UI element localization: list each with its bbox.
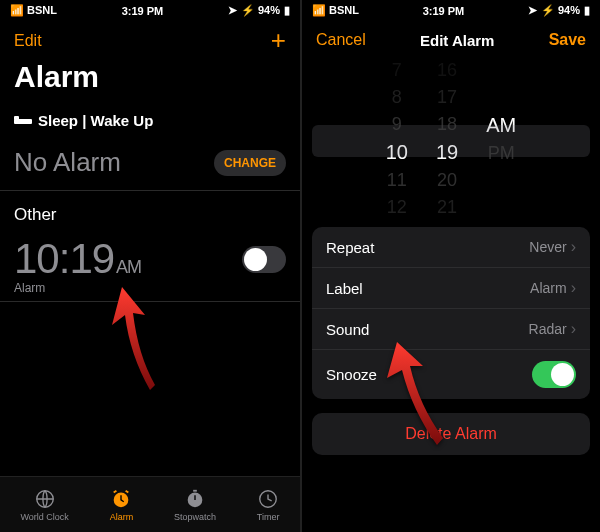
tab-world-clock[interactable]: World Clock	[20, 488, 68, 522]
save-button[interactable]: Save	[549, 31, 586, 49]
snooze-row: Snooze	[312, 350, 590, 399]
snooze-toggle[interactable]	[532, 361, 576, 388]
bed-icon	[14, 112, 38, 130]
status-time: 3:19 PM	[122, 5, 164, 17]
svg-rect-1	[14, 116, 19, 120]
alarm-options-list: Repeat Never› Label Alarm› Sound Radar› …	[312, 227, 590, 399]
sound-row[interactable]: Sound Radar›	[312, 309, 590, 350]
modal-title: Edit Alarm	[420, 32, 494, 49]
battery-percent: ⚡ 94%	[541, 4, 580, 17]
label-row[interactable]: Label Alarm›	[312, 268, 590, 309]
chevron-right-icon: ›	[571, 238, 576, 256]
alarm-entry[interactable]: 10:19AM Alarm	[0, 229, 300, 302]
alarm-list-screen: 📶 BSNL 3:19 PM ➤ ⚡ 94% ▮ Edit + Alarm Sl…	[0, 0, 300, 532]
battery-icon: ▮	[584, 4, 590, 17]
svg-rect-5	[193, 489, 197, 491]
status-time: 3:19 PM	[423, 5, 465, 17]
tab-stopwatch[interactable]: Stopwatch	[174, 488, 216, 522]
page-title: Alarm	[0, 56, 300, 102]
tab-timer[interactable]: Timer	[257, 488, 280, 522]
other-section-header: Other	[0, 191, 300, 229]
svg-point-4	[188, 492, 203, 507]
status-right: ➤ ⚡ 94% ▮	[228, 4, 290, 17]
location-icon: ➤	[528, 4, 537, 17]
edit-alarm-screen: 📶 BSNL 3:19 PM ➤ ⚡ 94% ▮ Cancel Edit Ala…	[300, 0, 600, 532]
sleep-section-header: Sleep | Wake Up	[0, 102, 300, 139]
chevron-right-icon: ›	[571, 279, 576, 297]
alarm-label: Alarm	[14, 281, 286, 295]
delete-alarm-button[interactable]: Delete Alarm	[312, 413, 590, 455]
carrier: 📶 BSNL	[312, 4, 359, 17]
carrier: 📶 BSNL	[10, 4, 57, 17]
repeat-row[interactable]: Repeat Never›	[312, 227, 590, 268]
alarm-toggle[interactable]	[242, 246, 286, 273]
cancel-button[interactable]: Cancel	[316, 31, 366, 49]
sleep-alarm-row: No Alarm CHANGE	[0, 139, 300, 191]
change-button[interactable]: CHANGE	[214, 150, 286, 176]
location-icon: ➤	[228, 4, 237, 17]
no-alarm-text: No Alarm	[14, 147, 121, 178]
chevron-right-icon: ›	[571, 320, 576, 338]
tab-alarm[interactable]: Alarm	[110, 488, 134, 522]
status-right: ➤ ⚡ 94% ▮	[528, 4, 590, 17]
tab-bar: World Clock Alarm Stopwatch Timer	[0, 476, 300, 532]
status-bar: 📶 BSNL 3:19 PM ➤ ⚡ 94% ▮	[0, 0, 300, 21]
time-picker[interactable]: 7 8 9 10 11 12 16 17 18 19 20 21 AM PM	[302, 59, 600, 219]
edit-button[interactable]: Edit	[14, 32, 42, 50]
battery-percent: ⚡ 94%	[241, 4, 280, 17]
add-alarm-button[interactable]: +	[271, 25, 286, 56]
status-bar: 📶 BSNL 3:19 PM ➤ ⚡ 94% ▮	[302, 0, 600, 21]
nav-row: Edit +	[0, 21, 300, 56]
alarm-time: 10:19AM	[14, 235, 141, 283]
modal-nav: Cancel Edit Alarm Save	[302, 21, 600, 59]
battery-icon: ▮	[284, 4, 290, 17]
